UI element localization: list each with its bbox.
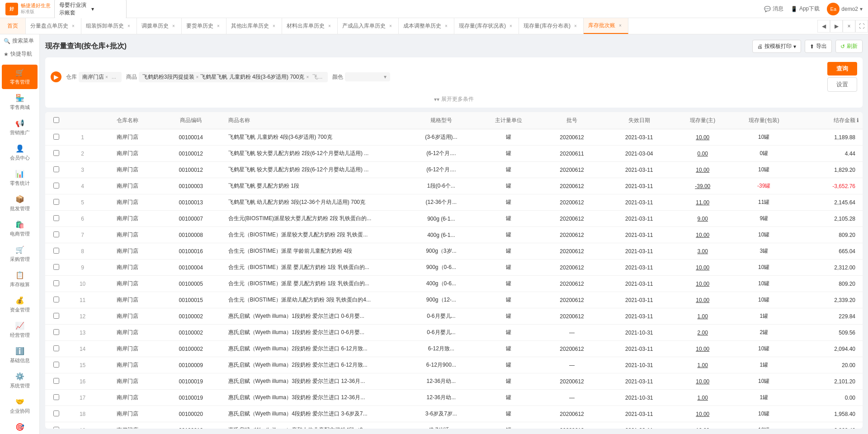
sidebar-item-shop[interactable]: 🏪 零售商城 (2, 90, 38, 114)
user-area[interactable]: Ea demo2 ▾ (827, 3, 863, 15)
row-qty[interactable]: 2.00 (673, 325, 732, 341)
row-qty[interactable]: -39.00 (673, 178, 732, 194)
tab-prev-btn[interactable]: ◀ (817, 20, 830, 33)
row-qty[interactable]: 1.00 (673, 390, 732, 406)
row-checkbox[interactable] (45, 162, 68, 178)
row-qty[interactable]: 10.00 (673, 341, 732, 357)
tab-home[interactable]: 首页 (0, 18, 26, 34)
tab-fullscreen-btn[interactable]: ⛶ (855, 20, 868, 33)
filter-goods-group[interactable]: 飞鹤奶粉3段丙提提装 × 飞鹤星飞帆 儿童奶粉 4段(3-6岁适用) 700克 … (139, 72, 328, 82)
row-checkbox[interactable] (45, 227, 68, 243)
tab-chengpin[interactable]: 产成品入库单历史 × (338, 18, 399, 34)
row-qty[interactable]: 10.00 (673, 292, 732, 308)
filter-goods-dots[interactable]: 飞... (311, 73, 324, 81)
row-checkbox[interactable] (45, 373, 68, 390)
tab-diaobo[interactable]: 调拨单历史 × (137, 18, 182, 34)
row-checkbox[interactable] (45, 243, 68, 259)
filter-color-group[interactable]: ▾ (345, 72, 390, 81)
row-checkbox[interactable] (45, 390, 68, 406)
sidebar-item-inventory[interactable]: 📋 库存核算 (2, 267, 38, 292)
tab-diaobo-close[interactable]: × (170, 23, 177, 29)
sidebar-item-basic[interactable]: ℹ️ 基础信息 (2, 343, 38, 368)
row-checkbox[interactable] (45, 276, 68, 292)
tab-chengpin-close[interactable]: × (387, 23, 394, 29)
row-qty[interactable]: 11.00 (673, 194, 732, 211)
tab-cailiao-close[interactable]: × (326, 23, 333, 29)
filter-goods-tag2-close[interactable]: × (306, 75, 309, 80)
sidebar-search[interactable]: 🔍 搜索菜单 (0, 34, 39, 47)
sidebar-item-enterprise[interactable]: 🤝 企业协同 (2, 394, 38, 418)
filter-warehouse-close[interactable]: × (105, 75, 108, 80)
filter-color-dropdown[interactable]: ▾ (384, 74, 387, 80)
tab-fenpan-close[interactable]: × (70, 23, 76, 29)
tab-xiancun-fb-close[interactable]: × (572, 23, 579, 29)
row-checkbox[interactable] (45, 211, 68, 227)
tab-zuzhuang-close[interactable]: × (126, 23, 132, 29)
tab-xiancun-zk[interactable]: 现存量(库存状况表) × (454, 18, 519, 34)
tab-chengben[interactable]: 成本调整单历史 × (399, 18, 454, 34)
table-container[interactable]: 仓库名称 商品编码 商品名称 规格型号 主计量单位 (45, 112, 863, 429)
select-all-checkbox[interactable] (53, 117, 59, 123)
row-qty[interactable]: 10.00 (673, 227, 732, 243)
row-checkbox[interactable] (45, 129, 68, 146)
tab-yaohuo[interactable]: 要货单历史 × (182, 18, 226, 34)
tab-fenpan[interactable]: 分量盘点单历史 × (26, 18, 81, 34)
sidebar-item-guide[interactable]: 🎯 新手引导 (2, 419, 38, 434)
row-checkbox[interactable] (45, 357, 68, 373)
row-qty[interactable]: 10.00 (673, 422, 732, 429)
filter-warehouse-group[interactable]: 南岸门店 × ... (79, 72, 122, 82)
sidebar-quick-nav[interactable]: ★ 快捷导航 (0, 47, 39, 61)
filter-expand[interactable]: ▾▾ 展开更多条件 (51, 95, 857, 103)
row-checkbox[interactable] (45, 341, 68, 357)
tab-cailiao[interactable]: 材料出库单历史 × (282, 18, 338, 34)
row-checkbox[interactable] (45, 308, 68, 325)
row-checkbox[interactable] (45, 178, 68, 194)
filter-toggle-btn[interactable]: ▶ (51, 71, 61, 82)
sidebar-item-system[interactable]: ⚙️ 系统管理 (2, 368, 38, 393)
row-qty[interactable]: 10.00 (673, 259, 732, 276)
tab-chuku[interactable]: 其他出库单历史 × (226, 18, 282, 34)
warehouse-selector[interactable]: 母婴行业演示账套 ▾ (54, 0, 127, 19)
filter-goods-tag1-close[interactable]: × (196, 75, 199, 80)
sidebar-item-member[interactable]: 👤 会员中心 (2, 141, 38, 165)
tab-zuzhuang[interactable]: 组装拆卸单历史 × (81, 18, 137, 34)
tab-kucun-pici[interactable]: 库存批次账 × (584, 18, 628, 34)
tab-close-all-btn[interactable]: × (843, 20, 855, 33)
row-checkbox[interactable] (45, 259, 68, 276)
tab-chengben-close[interactable]: × (443, 23, 449, 29)
row-checkbox[interactable] (45, 325, 68, 341)
sidebar-item-ecommerce[interactable]: 🛍️ 电商管理 (2, 217, 38, 241)
row-qty[interactable]: 10.00 (673, 406, 732, 422)
message-btn[interactable]: 💬 消息 (764, 5, 783, 13)
tab-xiancun-fb[interactable]: 现存量(库存分布表) × (519, 18, 584, 34)
tab-yaohuo-close[interactable]: × (215, 23, 222, 29)
sidebar-item-finance[interactable]: 💰 资金管理 (2, 292, 38, 317)
row-qty[interactable]: 9.00 (673, 211, 732, 227)
row-qty[interactable]: 1.00 (673, 308, 732, 325)
row-qty[interactable]: 0.00 (673, 146, 732, 162)
refresh-btn[interactable]: ↺ 刷新 (835, 40, 863, 53)
sidebar-item-operations[interactable]: 📈 经营管理 (2, 318, 38, 342)
query-btn[interactable]: 查询 (827, 62, 857, 75)
sidebar-item-retail[interactable]: 🛒 零售管理 (2, 65, 38, 89)
row-qty[interactable]: 10.00 (673, 276, 732, 292)
row-qty[interactable]: 10.00 (673, 129, 732, 146)
row-qty[interactable]: 10.00 (673, 373, 732, 390)
sidebar-item-wholesale[interactable]: 📦 批发管理 (2, 191, 38, 216)
row-checkbox[interactable] (45, 422, 68, 429)
tab-chuku-close[interactable]: × (271, 23, 277, 29)
row-qty[interactable]: 10.00 (673, 162, 732, 178)
settings-btn[interactable]: 设置 (827, 77, 857, 92)
row-checkbox[interactable] (45, 406, 68, 422)
sidebar-item-purchase[interactable]: 🛒 采购管理 (2, 242, 38, 266)
export-btn[interactable]: ⬆ 导出 (805, 40, 832, 53)
row-qty[interactable]: 1.00 (673, 357, 732, 373)
app-download-btn[interactable]: 📱 App下载 (791, 5, 820, 13)
tab-kucun-pici-close[interactable]: × (617, 23, 623, 29)
sidebar-item-retail-stats[interactable]: 📊 零售统计 (2, 166, 38, 190)
row-checkbox[interactable] (45, 292, 68, 308)
template-print-btn[interactable]: 🖨 按模板打印 ▾ (752, 40, 801, 53)
sidebar-item-marketing[interactable]: 📢 营销推广 (2, 115, 38, 140)
row-checkbox[interactable] (45, 194, 68, 211)
tab-next-btn[interactable]: ▶ (830, 20, 843, 33)
